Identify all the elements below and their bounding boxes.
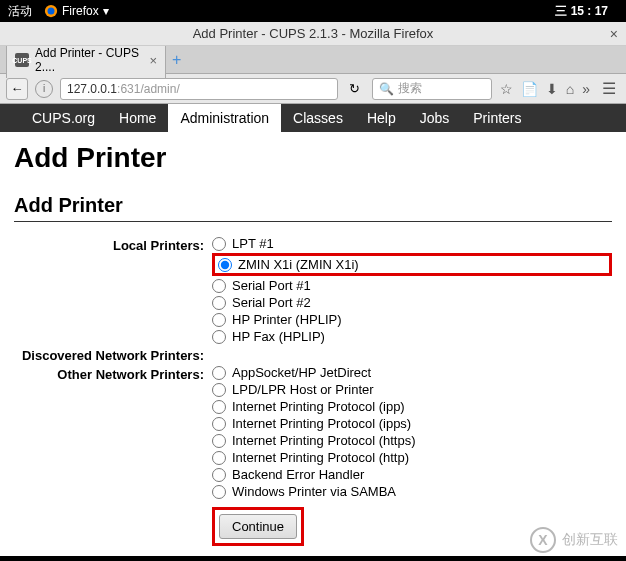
- radio-input[interactable]: [212, 417, 226, 431]
- radio-backend-error[interactable]: Backend Error Handler: [212, 467, 612, 482]
- nav-printers[interactable]: Printers: [461, 104, 533, 132]
- menu-icon[interactable]: ☰: [602, 79, 616, 98]
- system-clock: 三 15 : 17: [109, 3, 618, 20]
- radio-samba[interactable]: Windows Printer via SAMBA: [212, 484, 612, 499]
- home-icon[interactable]: ⌂: [566, 81, 574, 97]
- radio-label: LPT #1: [232, 236, 274, 251]
- clipboard-icon[interactable]: 📄: [521, 81, 538, 97]
- radio-lpd[interactable]: LPD/LPR Host or Printer: [212, 382, 612, 397]
- watermark: X 创新互联: [530, 527, 618, 553]
- radio-label: Internet Printing Protocol (http): [232, 450, 409, 465]
- discovered-printers-label: Discovered Network Printers:: [14, 346, 204, 363]
- firefox-menu[interactable]: Firefox ▾: [44, 4, 109, 18]
- radio-label: Internet Printing Protocol (https): [232, 433, 416, 448]
- radio-input[interactable]: [212, 383, 226, 397]
- radio-label: Serial Port #2: [232, 295, 311, 310]
- radio-hp-printer[interactable]: HP Printer (HPLIP): [212, 312, 612, 327]
- radio-hp-fax[interactable]: HP Fax (HPLIP): [212, 329, 612, 344]
- download-icon[interactable]: ⬇: [546, 81, 558, 97]
- continue-highlight: Continue: [212, 507, 304, 546]
- window-close-button[interactable]: ×: [610, 26, 618, 42]
- window-title-bar: Add Printer - CUPS 2.1.3 - Mozilla Firef…: [0, 22, 626, 46]
- nav-home[interactable]: Home: [107, 104, 168, 132]
- watermark-logo: X: [530, 527, 556, 553]
- tab-close-button[interactable]: ×: [149, 53, 157, 68]
- browser-tab[interactable]: CUPS Add Printer - CUPS 2.... ×: [6, 41, 166, 78]
- radio-serial1[interactable]: Serial Port #1: [212, 278, 612, 293]
- radio-label: Internet Printing Protocol (ipp): [232, 399, 405, 414]
- radio-ipp[interactable]: Internet Printing Protocol (ipp): [212, 399, 612, 414]
- radio-input[interactable]: [212, 296, 226, 310]
- other-printers-list: AppSocket/HP JetDirect LPD/LPR Host or P…: [212, 365, 612, 499]
- new-tab-button[interactable]: +: [172, 51, 181, 69]
- radio-label: Windows Printer via SAMBA: [232, 484, 396, 499]
- page-title: Add Printer: [14, 142, 612, 174]
- nav-jobs[interactable]: Jobs: [408, 104, 462, 132]
- radio-input[interactable]: [212, 468, 226, 482]
- radio-https[interactable]: Internet Printing Protocol (https): [212, 433, 612, 448]
- radio-input[interactable]: [212, 330, 226, 344]
- search-placeholder: 搜索: [398, 80, 422, 97]
- tab-bar: CUPS Add Printer - CUPS 2.... × +: [0, 46, 626, 74]
- nav-help[interactable]: Help: [355, 104, 408, 132]
- search-input[interactable]: 🔍 搜索: [372, 78, 492, 100]
- bottom-strip: [0, 556, 626, 561]
- local-printers-list: LPT #1 ZMIN X1i (ZMIN X1i) Serial Port #…: [212, 236, 612, 344]
- url-host: 127.0.0.1: [67, 82, 117, 96]
- section-title: Add Printer: [14, 194, 612, 222]
- radio-label: Serial Port #1: [232, 278, 311, 293]
- radio-label: AppSocket/HP JetDirect: [232, 365, 371, 380]
- radio-label: HP Fax (HPLIP): [232, 329, 325, 344]
- continue-button[interactable]: Continue: [219, 514, 297, 539]
- radio-input[interactable]: [212, 366, 226, 380]
- cups-nav: CUPS.org Home Administration Classes Hel…: [0, 104, 626, 132]
- activities-label[interactable]: 活动: [8, 3, 32, 20]
- radio-input[interactable]: [212, 313, 226, 327]
- window-title: Add Printer - CUPS 2.1.3 - Mozilla Firef…: [193, 26, 434, 41]
- nav-classes[interactable]: Classes: [281, 104, 355, 132]
- radio-lpt1[interactable]: LPT #1: [212, 236, 612, 251]
- url-path: :631/admin/: [117, 82, 180, 96]
- radio-input[interactable]: [212, 237, 226, 251]
- nav-cups-org[interactable]: CUPS.org: [20, 104, 107, 132]
- radio-http[interactable]: Internet Printing Protocol (http): [212, 450, 612, 465]
- radio-zmin-x1i[interactable]: ZMIN X1i (ZMIN X1i): [218, 257, 359, 272]
- radio-label: LPD/LPR Host or Printer: [232, 382, 374, 397]
- more-icon[interactable]: »: [582, 81, 590, 97]
- local-printers-label: Local Printers:: [14, 236, 204, 344]
- url-input[interactable]: 127.0.0.1:631/admin/: [60, 78, 338, 100]
- radio-ipps[interactable]: Internet Printing Protocol (ipps): [212, 416, 612, 431]
- reload-button[interactable]: ↻: [344, 78, 366, 100]
- radio-input[interactable]: [212, 434, 226, 448]
- radio-label: HP Printer (HPLIP): [232, 312, 342, 327]
- svg-point-1: [48, 8, 55, 15]
- radio-label: Backend Error Handler: [232, 467, 364, 482]
- firefox-label: Firefox: [62, 4, 99, 18]
- radio-input[interactable]: [212, 485, 226, 499]
- nav-administration[interactable]: Administration: [168, 104, 281, 132]
- radio-input[interactable]: [212, 400, 226, 414]
- system-bar: 活动 Firefox ▾ 三 15 : 17: [0, 0, 626, 22]
- radio-label: ZMIN X1i (ZMIN X1i): [238, 257, 359, 272]
- radio-appsocket[interactable]: AppSocket/HP JetDirect: [212, 365, 612, 380]
- radio-label: Internet Printing Protocol (ipps): [232, 416, 411, 431]
- site-info-icon[interactable]: i: [35, 80, 53, 98]
- firefox-icon: [44, 4, 58, 18]
- watermark-text: 创新互联: [562, 531, 618, 549]
- navigation-bar: ← i 127.0.0.1:631/admin/ ↻ 🔍 搜索 ☆ 📄 ⬇ ⌂ …: [0, 74, 626, 104]
- page-content: Add Printer Add Printer Local Printers: …: [0, 132, 626, 556]
- search-icon: 🔍: [379, 82, 394, 96]
- tab-title: Add Printer - CUPS 2....: [35, 46, 143, 74]
- tab-favicon: CUPS: [15, 53, 29, 67]
- other-printers-label: Other Network Printers:: [14, 365, 204, 499]
- radio-input[interactable]: [212, 279, 226, 293]
- radio-input[interactable]: [212, 451, 226, 465]
- radio-serial2[interactable]: Serial Port #2: [212, 295, 612, 310]
- radio-input[interactable]: [218, 258, 232, 272]
- back-button[interactable]: ←: [6, 78, 28, 100]
- bookmark-star-icon[interactable]: ☆: [500, 81, 513, 97]
